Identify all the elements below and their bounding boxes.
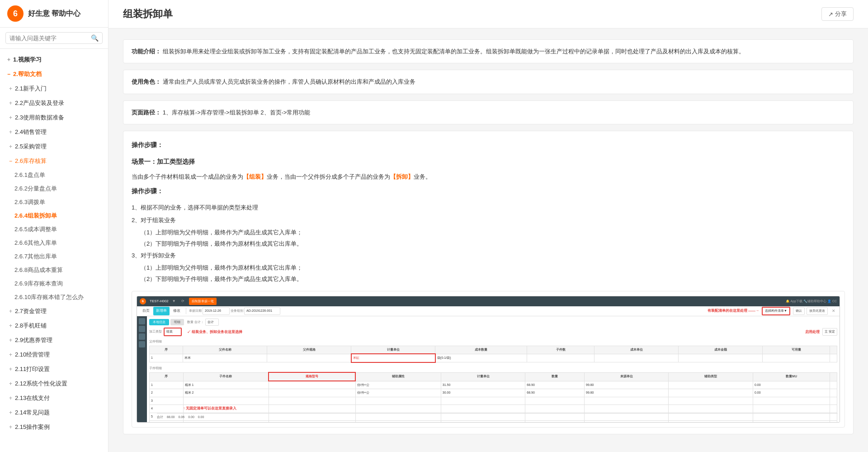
sidebar-item-s2-4[interactable]: +2.4销售管理 [0,125,108,139]
mock-table-parent: 序 父件名称 父件规格 计量单位 成本数量 子件数 成本单位 成本金额 可用量 [149,346,837,363]
app-logo: 6 [7,5,24,22]
sidebar-item-s2-1[interactable]: +2.1新手入门 [0,81,108,96]
mock-qty-field[interactable]: 合计 [205,319,219,326]
mock-sidebar-icon3 [139,333,145,340]
sidebar-subitem-label-s2-6-5: 2.6.5成本调整单 [14,225,57,233]
sidebar-item-label-s2-14: 2.14常见问题 [15,409,50,417]
sidebar-item-s2-6-8[interactable]: 2.6.8商品成本重算 [0,263,108,277]
sidebar-item-s2-11[interactable]: +2.11打印设置 [0,362,108,376]
sidebar-item-s2-12[interactable]: +2.12系统个性化设置 [0,376,108,391]
sidebar-item-s1[interactable]: +1.视频学习 [0,52,108,67]
mock-refresh: ⟳ [181,298,184,305]
mock-sidebar-icon2 [139,326,145,332]
mock-field-date[interactable]: 2019-12-26 [203,307,230,315]
sidebar-item-s2-6-6[interactable]: 2.6.6其他入库单 [0,236,108,250]
sidebar-item-s2-14[interactable]: +2.14常见问题 [0,405,108,420]
mock-tab-detail[interactable]: 明细 [170,319,184,326]
sidebar-item-s2-3[interactable]: +2.3使用前数据准备 [0,110,108,125]
sidebar-item-s2-8[interactable]: +2.8手机旺铺 [0,319,108,333]
sidebar-item-s2-2[interactable]: +2.2产品安装及登录 [0,96,108,110]
sidebar-subitem-label-s2-6-1: 2.6.1盘点单 [14,171,45,179]
sidebar-item-s2-9[interactable]: +2.9优惠券管理 [0,333,108,347]
sidebar-item-s2-6-1[interactable]: 2.6.1盘点单 [0,168,108,182]
annotation-no-config: ↑ 无固定清单可以在这里直接录入 [183,405,236,412]
search-input[interactable] [9,35,91,42]
step3-sub2: （2）下部明细为子件明细，最终作为产成品生成其它入库单。 [141,274,845,284]
sidebar-item-label-s2-12: 2.12系统个性化设置 [15,380,67,388]
sidebar-item-s2-6-3[interactable]: 2.6.3调拨单 [0,195,108,209]
screenshot-wrap: 6 TEST-H002 ▼ ⟳ 拟制新单据一笔 🔔 App下载 🔧辅助帮助中心 … [132,291,845,428]
sidebar-subitem-label-s2-6-6: 2.6.6其他入库单 [14,239,57,247]
mock-nav-edit[interactable]: 修改 [170,307,183,315]
sidebar-item-s2-6-7[interactable]: 2.6.7其他出库单 [0,250,108,263]
sidebar-subitem-label-s2-6-4: 2.6.4组装拆卸单 [14,212,57,220]
sidebar-item-label-s2: 2.帮助文档 [13,70,42,78]
sidebar-item-label-s2-4: 2.4销售管理 [15,128,47,136]
search-icon: 🔍 [91,34,99,42]
annotation-process: 启用处理 [805,329,820,335]
ops-title: 操作步骤： [132,139,845,151]
mock-sidebar-icon4 [139,341,145,347]
nav-tree: +1.视频学习−2.帮助文档+2.1新手入门+2.2产品安装及登录+2.3使用前… [0,49,108,438]
sidebar-item-s2-6-2[interactable]: 2.6.2分量盘点单 [0,182,108,195]
sidebar-item-label-s2-7: 2.7资金管理 [15,307,47,315]
mock-process-btn[interactable]: 立 安定 [822,328,837,336]
annotation-has-config: 有装配清单的在这里处理 ——→ [708,308,759,314]
mock-footer-val3: 0.00 [188,414,194,420]
mock-field-date-label: 单据日期 [189,308,202,314]
content-area: 功能介绍： 组装拆卸单用来处理企业组装或拆卸等加工业务，支持有固定装配清单的产品… [108,29,868,452]
sidebar-item-s2-6-9[interactable]: 2.6.9库存账本查询 [0,277,108,290]
zuzhuang-label: 【组装】 [243,173,267,180]
page-title: 组装拆卸单 [123,7,173,21]
step3: 3、对于拆卸业务 [132,250,845,261]
mock-discard-btn[interactable]: 放弃此更改 [807,307,828,315]
step3-sub1: （1）上部明细为父件明细，最终作为原材料生成其它出库单； [141,262,845,273]
mock-icons-right: 🔔 App下载 🔧辅助帮助中心 👤 CC [786,299,837,305]
sidebar-subitem-label-s2-6-7: 2.6.7其他出库单 [14,252,57,261]
sidebar-item-s2-6-10[interactable]: 2.6.10库存账本错了怎么办 [0,290,108,304]
mock-table-child-label: 子件明细 [149,366,837,371]
sidebar-item-s2-13[interactable]: +2.13在线支付 [0,391,108,405]
annotation-type: ↙ 组装业务、拆卸业务在这里选择 [187,329,242,335]
intro-label: 功能介绍： [132,48,161,55]
path-text: 1、库存核算->库存管理->组装拆卸单 2、首页->常用功能 [163,109,311,116]
mock-close-icon[interactable]: ✕ [830,308,837,314]
sidebar-item-s2[interactable]: −2.帮助文档 [0,67,108,81]
sidebar-item-label-s2-15: 2.15操作案例 [15,423,50,431]
mock-confirm-btn[interactable]: 确认 [793,307,805,315]
share-button[interactable]: ↗ 分享 [821,7,854,21]
search-wrap[interactable]: 🔍 [5,32,103,44]
share-label: 分享 [835,10,847,18]
sidebar-item-s2-15[interactable]: +2.15操作案例 [0,420,108,434]
sidebar-item-label-s2-2: 2.2产品安装及登录 [15,99,64,107]
sidebar-item-s2-6-4[interactable]: 2.6.4组装拆卸单 [0,209,108,223]
mock-dropdown: ▼ [172,298,176,305]
step2-sub2: （2）下部明细为子件明细，最终作为原材料生成其它出库单。 [141,238,845,249]
mock-newinvoice-btn[interactable]: 拟制新单据一笔 [189,298,217,305]
main-content: 组装拆卸单 ↗ 分享 功能介绍： 组装拆卸单用来处理企业组装或拆卸等加工业务，支… [108,0,868,452]
mock-nav-new[interactable]: 新增单 [153,307,170,315]
mock-type-field[interactable]: 组装 [164,328,182,336]
mock-footer-val2: 0.06 [179,414,185,420]
operations-block: 操作步骤： 场景一：加工类型选择 当由多个子件材料组装成一个成品的业务为【组装】… [123,131,854,434]
ops-steps-subtitle: 操作步骤： [132,186,845,197]
sidebar-item-s2-5[interactable]: +2.5采购管理 [0,139,108,154]
mock-nav-home[interactable]: 自页 [140,307,152,315]
mock-tab-basic[interactable]: 本地信息 [149,319,169,326]
share-icon: ↗ [828,11,833,18]
chaijian-label: 【拆卸】 [390,173,414,180]
role-text: 通常由生产人员或库管人员完成折装业务的操作，库管人员确认原材料的出库和产成品的入… [163,78,415,85]
sidebar-item-label-s1: 1.视频学习 [13,56,42,64]
sidebar-item-s2-6-5[interactable]: 2.6.5成本调整单 [0,223,108,236]
mock-select-config-btn[interactable]: 选择构件清单▼ [762,307,790,315]
mock-footer-val4: 0.00 [198,414,204,420]
sidebar-item-s2-6[interactable]: −2.6库存核算 [0,154,108,168]
sidebar-item-s2-7[interactable]: +2.7资金管理 [0,304,108,319]
step2: 2、对于组装业务 [132,215,845,225]
sidebar-item-label-s2-3: 2.3使用前数据准备 [15,114,64,122]
sidebar: 6 好生意 帮助中心 🔍 +1.视频学习−2.帮助文档+2.1新手入门+2.2产… [0,0,108,452]
sidebar-subitem-label-s2-6-10: 2.6.10库存账本错了怎么办 [14,293,84,301]
screenshot: 6 TEST-H002 ▼ ⟳ 拟制新单据一笔 🔔 App下载 🔧辅助帮助中心 … [137,296,840,423]
sidebar-item-s2-10[interactable]: +2.10经营管理 [0,347,108,362]
mock-field-group[interactable]: AD-20191226-001 [244,307,280,315]
